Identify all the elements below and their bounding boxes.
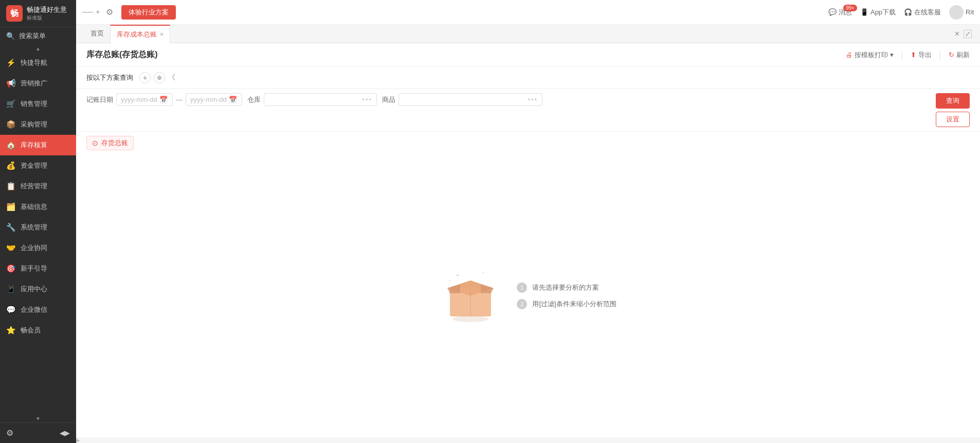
- query-btn[interactable]: 查询: [936, 93, 970, 109]
- svg-point-0: [452, 316, 488, 322]
- plan-item-inventory[interactable]: ⊙ 存货总账: [86, 136, 134, 150]
- breadcrumb: ━━━ ▾: [82, 8, 100, 16]
- tab-home[interactable]: 首页: [84, 25, 110, 43]
- empty-tip-1: 1 请先选择要分析的方案: [517, 282, 616, 293]
- industry-btn[interactable]: 体验行业方案: [121, 5, 176, 20]
- sidebar-item-operations[interactable]: 📋 经营管理: [0, 176, 76, 197]
- tab-actions: × ⤢: [955, 29, 972, 39]
- app-logo: 畅 畅捷通好生意 标准版: [0, 0, 76, 27]
- system-icon: 🔧: [6, 223, 15, 232]
- warehouse-more-icon: •••: [362, 96, 372, 103]
- export-label: 导出: [918, 50, 932, 60]
- svg-marker-4: [447, 285, 460, 293]
- sidebar-item-system[interactable]: 🔧 系统管理: [0, 217, 76, 238]
- messages-btn[interactable]: 💬 消息 99+: [828, 8, 852, 17]
- sidebar-item-finance[interactable]: 💰 资金管理: [0, 155, 76, 176]
- user-info[interactable]: Rit: [949, 5, 974, 20]
- date-start-input[interactable]: yyyy-mm-dd 📅: [116, 93, 173, 106]
- filter-bar: 按以下方案查询 + ⊕ 《: [76, 67, 980, 89]
- sidebar-item-marketing[interactable]: 📢 营销推广: [0, 73, 76, 94]
- sidebar-item-label: 资金管理: [21, 161, 70, 170]
- chevron-down-icon: ▾: [96, 8, 100, 16]
- goods-more-icon: •••: [528, 96, 538, 103]
- inventory-icon: 🏠: [6, 140, 15, 150]
- search-menu[interactable]: 🔍 搜索菜单: [0, 27, 76, 45]
- app-download-label: App下载: [870, 8, 896, 17]
- online-service-btn[interactable]: 🎧 在线客服: [904, 8, 941, 17]
- page-header: 库存总账(存货总账) 🖨 按模板打印 ▾ ⬆ 导出 ↻ 刷新: [76, 43, 980, 67]
- logo-icon: 畅: [6, 5, 23, 22]
- sidebar-item-purchase[interactable]: 📦 采购管理: [0, 114, 76, 135]
- sidebar-item-label: 新手引导: [21, 264, 70, 273]
- collapse-sidebar-btn[interactable]: ◀▶: [60, 429, 70, 437]
- sidebar-item-quick-nav[interactable]: ⚡ 快捷导航: [0, 52, 76, 73]
- sidebar-item-wechat[interactable]: 💬 企业微信: [0, 299, 76, 320]
- tab-inventory-cost[interactable]: 库存成本总账 ×: [110, 25, 170, 43]
- empty-tip-2: 2 用[过滤]条件来缩小分析范围: [517, 299, 616, 309]
- topbar-left: ━━━ ▾ ⚙ 体验行业方案: [82, 5, 828, 20]
- sidebar: 畅 畅捷通好生意 标准版 🔍 搜索菜单 ▲ ⚡ 快捷导航 📢 营销推广 🛒 销售…: [0, 0, 76, 443]
- phone-icon: 📱: [860, 8, 868, 16]
- breadcrumb-text: ━━━: [82, 9, 93, 16]
- svg-point-8: [483, 272, 484, 274]
- sidebar-item-label: 畅会员: [21, 326, 70, 335]
- sidebar-item-app-center[interactable]: 📱 应用中心: [0, 279, 76, 299]
- empty-tips: 1 请先选择要分析的方案 2 用[过滤]条件来缩小分析范围: [517, 282, 616, 309]
- sidebar-item-label: 企业微信: [21, 305, 70, 314]
- tip-num-1: 1: [517, 282, 527, 293]
- message-icon: 💬: [828, 8, 837, 16]
- calendar-start-icon: 📅: [159, 96, 168, 103]
- tab-home-label: 首页: [90, 29, 104, 38]
- goods-field-group: 商品 •••: [382, 93, 542, 106]
- collapse-handle-icon: ▶: [76, 437, 81, 443]
- sidebar-item-newbie[interactable]: 🎯 新手引导: [0, 258, 76, 279]
- warehouse-input[interactable]: •••: [264, 93, 377, 106]
- date-end-placeholder: yyyy-mm-dd: [190, 96, 227, 103]
- sidebar-item-member[interactable]: ⭐ 畅会员: [0, 320, 76, 341]
- sidebar-item-inventory[interactable]: 🏠 库存核算: [0, 135, 76, 155]
- sidebar-item-label: 系统管理: [21, 223, 70, 232]
- close-panel-btn[interactable]: ×: [955, 29, 959, 39]
- divider2: [940, 51, 940, 59]
- newbie-icon: 🎯: [6, 264, 15, 273]
- date-end-input[interactable]: yyyy-mm-dd 📅: [186, 93, 242, 106]
- goods-field-label: 商品: [382, 95, 395, 104]
- user-name: Rit: [966, 8, 974, 16]
- sidebar-nav: ⚡ 快捷导航 📢 营销推广 🛒 销售管理 📦 采购管理 🏠 库存核算 💰 资金管…: [0, 52, 76, 415]
- settings-bottom-icon[interactable]: ⚙: [6, 428, 13, 438]
- sidebar-item-label: 库存核算: [21, 140, 70, 150]
- filter-collapse-btn[interactable]: 《: [168, 73, 175, 82]
- print-label: 按模板打印: [855, 50, 888, 60]
- export-btn[interactable]: ⬆ 导出: [911, 50, 932, 60]
- export-icon: ⬆: [911, 51, 916, 59]
- filter-more-btn[interactable]: ⊕: [154, 72, 165, 83]
- scroll-up-arrow[interactable]: ▲: [0, 45, 76, 52]
- refresh-btn[interactable]: ↻ 刷新: [949, 50, 970, 60]
- refresh-label: 刷新: [956, 50, 970, 60]
- right-collapse-panel[interactable]: ▶: [76, 437, 79, 443]
- print-btn[interactable]: 🖨 按模板打印 ▾: [846, 50, 894, 60]
- scroll-down-arrow[interactable]: ▼: [0, 415, 76, 422]
- gear-icon[interactable]: ⚙: [106, 7, 113, 17]
- sidebar-item-enterprise[interactable]: 🤝 企业协同: [0, 238, 76, 258]
- calendar-end-icon: 📅: [229, 96, 237, 103]
- refresh-icon: ↻: [949, 51, 954, 59]
- warehouse-field-group: 仓库 •••: [247, 93, 377, 106]
- quick-nav-icon: ⚡: [6, 58, 15, 67]
- date-field-group: 记账日期 yyyy-mm-dd 📅 — yyyy-mm-dd 📅: [86, 93, 242, 106]
- expand-panel-btn[interactable]: ⤢: [964, 30, 972, 38]
- app-download-btn[interactable]: 📱 App下载: [860, 8, 896, 17]
- sidebar-item-basic-info[interactable]: 🗂️ 基础信息: [0, 197, 76, 217]
- tab-close-icon[interactable]: ×: [160, 31, 164, 38]
- filter-add-btn[interactable]: +: [139, 72, 151, 83]
- svg-marker-5: [481, 285, 494, 293]
- finance-icon: 💰: [6, 161, 15, 170]
- sidebar-item-label: 基础信息: [21, 202, 70, 211]
- goods-input[interactable]: •••: [398, 93, 542, 106]
- settings-btn[interactable]: 设置: [936, 112, 970, 127]
- sidebar-item-label: 经营管理: [21, 182, 70, 191]
- content-area: 库存总账(存货总账) 🖨 按模板打印 ▾ ⬆ 导出 ↻ 刷新: [76, 43, 980, 437]
- filter-actions: + ⊕ 《: [139, 72, 175, 83]
- enterprise-icon: 🤝: [6, 243, 15, 253]
- sidebar-item-sales[interactable]: 🛒 销售管理: [0, 94, 76, 114]
